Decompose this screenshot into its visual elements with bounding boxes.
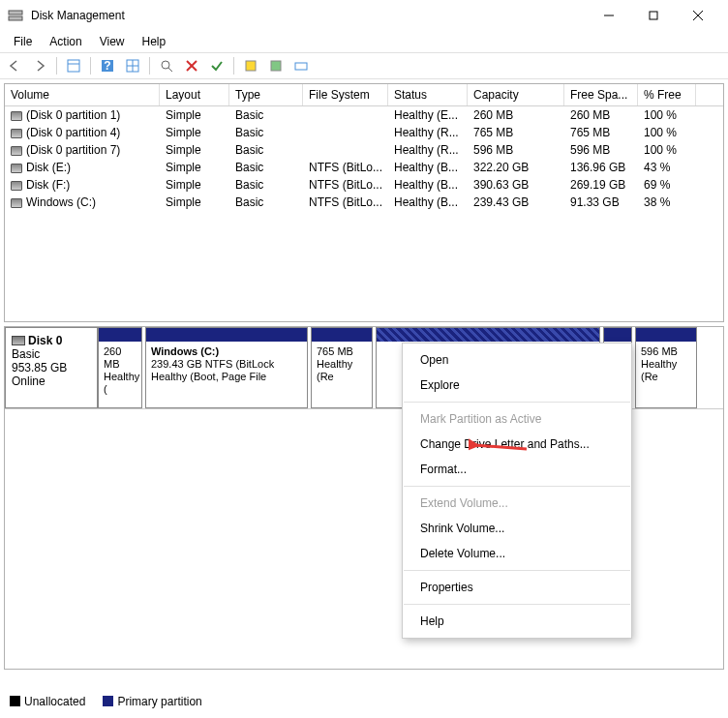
legend-unallocated-label: Unallocated	[24, 695, 85, 708]
context-menu-item[interactable]: Explore	[403, 373, 631, 398]
title-bar: Disk Management	[0, 0, 728, 31]
volume-icon	[11, 164, 22, 173]
toolbar-icon-3[interactable]	[290, 55, 312, 76]
svg-rect-0	[9, 11, 22, 15]
col-pctfree[interactable]: % Free	[638, 84, 696, 105]
disk-label: Disk 0	[28, 334, 62, 347]
svg-rect-18	[271, 61, 281, 71]
toolbar-icon-2[interactable]	[265, 55, 287, 76]
toolbar-icon-1[interactable]	[240, 55, 261, 76]
close-button[interactable]	[676, 0, 720, 31]
svg-point-13	[162, 61, 169, 69]
volume-icon	[11, 111, 22, 121]
check-icon[interactable]	[206, 55, 228, 76]
svg-text:?: ?	[104, 59, 110, 73]
disk-icon	[12, 336, 25, 345]
disk-type: Basic	[12, 347, 40, 361]
volume-icon	[11, 198, 22, 208]
table-row[interactable]: Windows (C:)SimpleBasicNTFS (BitLo...Hea…	[5, 194, 723, 211]
table-row[interactable]: (Disk 0 partition 7)SimpleBasicHealthy (…	[5, 141, 723, 159]
menu-bar: File Action View Help	[0, 31, 728, 52]
menu-action[interactable]: Action	[42, 33, 89, 50]
svg-line-14	[168, 68, 172, 72]
menu-file[interactable]: File	[6, 33, 40, 50]
col-filesystem[interactable]: File System	[303, 84, 388, 105]
legend-unallocated-swatch	[10, 696, 20, 706]
volume-list[interactable]: Volume Layout Type File System Status Ca…	[4, 83, 724, 322]
svg-rect-1	[9, 16, 22, 20]
context-menu-item[interactable]: Shrink Volume...	[403, 516, 631, 541]
context-menu-item[interactable]: Open	[403, 347, 631, 373]
partition[interactable]: Windows (C:)239.43 GB NTFS (BitLockHealt…	[145, 327, 308, 408]
volume-icon	[11, 146, 22, 156]
context-menu-item: Mark Partition as Active	[403, 406, 631, 432]
context-menu-item[interactable]: Format...	[403, 457, 631, 482]
legend-primary-label: Primary partition	[117, 695, 201, 708]
col-status[interactable]: Status	[388, 84, 468, 105]
menu-help[interactable]: Help	[135, 33, 174, 50]
legend-primary-swatch	[103, 696, 113, 706]
col-capacity[interactable]: Capacity	[468, 84, 564, 105]
svg-rect-3	[650, 12, 657, 19]
context-menu-item[interactable]: Delete Volume...	[403, 541, 631, 566]
table-row[interactable]: Disk (E:)SimpleBasicNTFS (BitLo...Health…	[5, 159, 723, 176]
search-icon[interactable]	[156, 55, 177, 76]
table-row[interactable]: (Disk 0 partition 1)SimpleBasicHealthy (…	[5, 106, 723, 124]
partition[interactable]: 596 MBHealthy (Re	[635, 327, 697, 408]
help-icon[interactable]: ?	[97, 55, 118, 76]
svg-rect-17	[246, 61, 256, 71]
disk-status: Online	[12, 374, 46, 388]
svg-rect-19	[295, 63, 307, 70]
context-menu-item[interactable]: Help	[403, 609, 631, 634]
menu-view[interactable]: View	[92, 33, 133, 50]
col-volume[interactable]: Volume	[5, 84, 160, 105]
table-row[interactable]: (Disk 0 partition 4)SimpleBasicHealthy (…	[5, 124, 723, 141]
back-button[interactable]	[4, 55, 25, 76]
partition[interactable]: 260 MBHealthy (	[98, 327, 142, 408]
col-layout[interactable]: Layout	[160, 84, 229, 105]
volume-list-header: Volume Layout Type File System Status Ca…	[5, 84, 723, 106]
toolbar-view-icon[interactable]	[63, 55, 84, 76]
maximize-button[interactable]	[631, 0, 676, 31]
col-type[interactable]: Type	[229, 84, 303, 105]
delete-icon[interactable]	[181, 55, 202, 76]
partition[interactable]: 765 MBHealthy (Re	[311, 327, 373, 408]
context-menu-item[interactable]: Properties	[403, 575, 631, 600]
forward-button[interactable]	[29, 55, 50, 76]
col-freespace[interactable]: Free Spa...	[564, 84, 638, 105]
app-icon	[8, 8, 23, 23]
toolbar: ?	[0, 52, 728, 79]
disk-info[interactable]: Disk 0 Basic 953.85 GB Online	[5, 327, 98, 408]
svg-line-20	[474, 445, 527, 449]
context-menu: OpenExploreMark Partition as ActiveChang…	[402, 343, 632, 639]
annotation-arrow	[469, 437, 531, 457]
svg-rect-6	[68, 60, 79, 72]
table-row[interactable]: Disk (F:)SimpleBasicNTFS (BitLo...Health…	[5, 176, 723, 194]
minimize-button[interactable]	[587, 0, 631, 31]
toolbar-grid-icon[interactable]	[122, 55, 143, 76]
window-title: Disk Management	[31, 9, 587, 22]
volume-icon	[11, 181, 22, 191]
disk-size: 953.85 GB	[12, 361, 67, 374]
legend: Unallocated Primary partition	[10, 695, 202, 708]
context-menu-item: Extend Volume...	[403, 491, 631, 516]
volume-icon	[11, 129, 22, 138]
